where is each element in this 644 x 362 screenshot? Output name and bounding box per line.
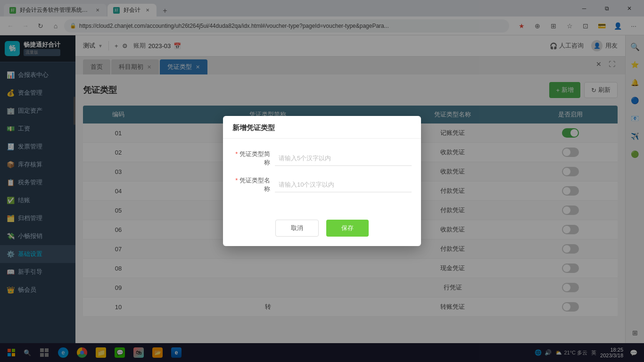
modal-title: 新增凭证类型 — [232, 123, 275, 132]
name-label: 凭证类型名称 — [232, 176, 275, 193]
modal-overlay: 新增凭证类型 凭证类型简称 凭证类型名称 取消 保存 — [0, 0, 644, 362]
abbr-input[interactable] — [275, 151, 412, 166]
name-input[interactable] — [275, 177, 412, 192]
modal-body: 凭证类型简称 凭证类型名称 — [223, 139, 421, 214]
abbr-label: 凭证类型简称 — [232, 150, 275, 167]
name-form-row: 凭证类型名称 — [232, 176, 412, 193]
modal-footer: 取消 保存 — [223, 214, 421, 246]
add-voucher-modal: 新增凭证类型 凭证类型简称 凭证类型名称 取消 保存 — [223, 116, 421, 246]
abbr-form-row: 凭证类型简称 — [232, 150, 412, 167]
save-button[interactable]: 保存 — [326, 220, 369, 237]
modal-header: 新增凭证类型 — [223, 116, 421, 139]
cancel-button[interactable]: 取消 — [275, 220, 319, 237]
